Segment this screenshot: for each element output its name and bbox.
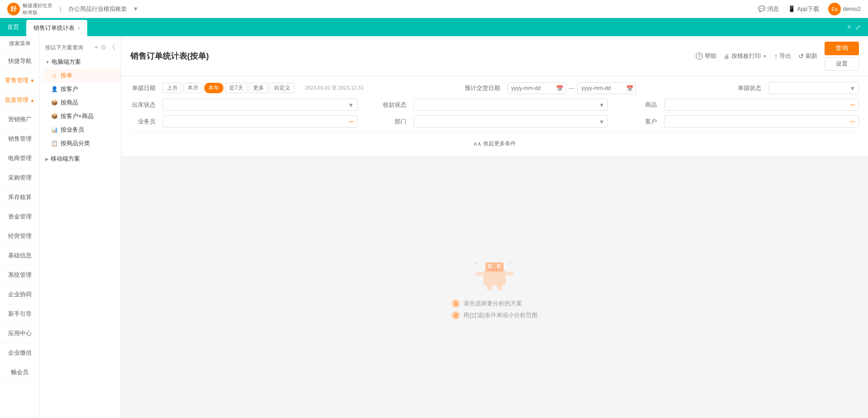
chevron-icon: ▼ (30, 78, 35, 83)
maximize-btn[interactable]: ⤢ (855, 23, 861, 32)
collapse-panel-btn[interactable]: 《 (109, 43, 115, 52)
sidebar-item-marketing[interactable]: 营销推广 (0, 110, 39, 129)
export-icon: ↑ (774, 52, 778, 60)
sidebar-item-retail[interactable]: 零售管理 ▼ (0, 71, 39, 90)
sidebar-item-operations[interactable]: 经营管理 (0, 227, 39, 246)
sidebar-item-wholesale[interactable]: 批发管理 ▲ (0, 90, 39, 110)
tabbar-actions: × ⤢ (847, 23, 861, 32)
tree-arrow-desktop: ▼ (45, 60, 50, 65)
svg-rect-6 (476, 272, 483, 276)
by-salesperson-icon: 📊 (51, 126, 58, 133)
tree-item-by-order[interactable]: ○ 按单 (43, 69, 121, 82)
sidebar-item-inventory[interactable]: 库存核算 (0, 188, 39, 207)
tip-num-2: 2 (452, 311, 460, 319)
by-customer-product-icon: 📦 (51, 113, 58, 120)
empty-tip-2: 2 用[过滤]条件来缩小分析范围 (452, 311, 537, 319)
tree-item-by-category[interactable]: 📋 按商品分类 (43, 137, 121, 150)
filter-row-3: 业务员 ··· 部门 ▼ 客户 (130, 115, 859, 128)
customer-input[interactable] (664, 115, 859, 128)
sidebar-item-member[interactable]: 畅会员 (0, 363, 39, 382)
logo-text: 畅捷通好生意 标准版 (23, 2, 52, 15)
svg-rect-9 (497, 284, 502, 290)
page-title-topbar: 办公用品行业模拟账套 (68, 5, 127, 13)
tree-item-by-product[interactable]: 📦 按商品 (43, 96, 121, 109)
sidebar-item-shortcut[interactable]: 快捷导航 (0, 52, 39, 71)
tree-mobile-parent[interactable]: ▶ 移动端方案 (40, 152, 121, 166)
date-last-7-days-btn[interactable]: 近7天 (225, 83, 247, 93)
date-more-btn[interactable]: 更多 (249, 83, 268, 93)
calendar-to-icon: 📅 (626, 85, 633, 91)
close-window-btn[interactable]: × (847, 23, 851, 32)
date-custom-btn[interactable]: 自定义 (270, 83, 294, 93)
message-btn[interactable]: 💬 消息 (758, 5, 779, 13)
shipment-label: 出库状态 (130, 101, 156, 109)
svg-rect-8 (487, 284, 492, 290)
customer-more-btn[interactable]: ··· (850, 118, 855, 125)
tree-desktop-parent[interactable]: ▼ 电脑端方案 (40, 55, 121, 69)
svg-text:✦: ✦ (512, 281, 514, 284)
salesperson-label: 业务员 (130, 118, 156, 126)
tab-sales-order-stats[interactable]: 销售订单统计表 × (26, 20, 87, 36)
avatar: Ea (828, 3, 841, 15)
refresh-btn[interactable]: ↺ 刷新 (798, 52, 817, 60)
date-to-wrapper: 📅 (577, 82, 636, 94)
filter-area: 单据日期 上月 本月 本年 近7天 更多 自定义 2023-01-01 至 20… (121, 76, 868, 157)
payment-select[interactable] (414, 99, 609, 111)
svg-text:✦: ✦ (509, 261, 512, 265)
tree-item-by-customer[interactable]: 👤 按客户 (43, 82, 121, 96)
panel-header-icons: + ⊙ 《 (94, 43, 115, 52)
product-label: 商品 (632, 101, 657, 109)
date-last-month-btn[interactable]: 上月 (163, 83, 182, 93)
search-menu-btn[interactable]: 搜索菜单 (0, 36, 39, 52)
status-select[interactable] (769, 82, 859, 94)
department-select[interactable] (414, 115, 609, 128)
by-category-icon: 📋 (51, 140, 58, 147)
main-content: 销售订单统计表(按单) ? 帮助 🖨 按模板打印 ▼ ↑ 导出 (121, 36, 868, 418)
filter-row-1: 单据日期 上月 本月 本年 近7天 更多 自定义 2023-01-01 至 20… (130, 82, 859, 94)
shipment-select[interactable] (163, 99, 358, 111)
sidebar-item-sales[interactable]: 销售管理 (0, 129, 39, 149)
sidebar-item-weixin[interactable]: 企业微信 (0, 343, 39, 363)
export-btn[interactable]: ↑ 导出 (774, 52, 791, 60)
svg-point-4 (490, 265, 491, 267)
empty-state: ✦ ✦ ✦ 1 请先选择要分析的方案 2 用[过滤]条件来缩小分析范围 (452, 256, 537, 319)
sidebar-item-finance[interactable]: 资金管理 (0, 207, 39, 227)
product-input[interactable] (664, 99, 859, 111)
sidebar-item-purchase[interactable]: 采购管理 (0, 168, 39, 188)
query-button[interactable]: 查询 (825, 42, 859, 55)
sidebar-item-appstore[interactable]: 应用中心 (0, 324, 39, 343)
sidebar-item-system[interactable]: 系统管理 (0, 266, 39, 285)
template-print-btn[interactable]: 🖨 按模板打印 ▼ (724, 52, 767, 60)
tab-home[interactable]: 首页 (0, 18, 26, 36)
salesperson-more-btn[interactable]: ··· (349, 118, 354, 125)
date-this-month-btn[interactable]: 本月 (184, 83, 203, 93)
tab-close-btn[interactable]: × (77, 25, 80, 31)
payment-label: 收款状态 (381, 101, 406, 109)
sidebar-item-corp[interactable]: 企业协同 (0, 285, 39, 304)
sidebar-item-newbie[interactable]: 新手引导 (0, 304, 39, 324)
help-btn[interactable]: ? 帮助 (696, 52, 717, 60)
refresh-icon: ↺ (798, 52, 804, 60)
page-title: 销售订单统计表(按单) (130, 51, 209, 62)
result-area: ✦ ✦ ✦ 1 请先选择要分析的方案 2 用[过滤]条件来缩小分析范围 (121, 157, 868, 418)
product-input-wrapper: ··· (664, 99, 859, 111)
refresh-scheme-btn[interactable]: ⊙ (101, 43, 106, 52)
salesperson-input[interactable] (163, 115, 358, 128)
app-download-btn[interactable]: 📱 App下载 (788, 5, 819, 13)
user-menu[interactable]: Ea demo2 (828, 3, 861, 15)
sidebar-item-basic[interactable]: 基础信息 (0, 246, 39, 266)
logo-area: 好 畅捷通好生意 标准版 (7, 2, 52, 15)
sidebar-item-ecommerce[interactable]: 电商管理 (0, 149, 39, 168)
date-this-year-btn[interactable]: 本年 (204, 83, 223, 93)
topbar-left: 好 畅捷通好生意 标准版 | 办公用品行业模拟账套 ▼ (7, 2, 138, 15)
by-product-icon: 📦 (51, 99, 58, 106)
settings-button[interactable]: 设置 (825, 57, 859, 71)
add-scheme-btn[interactable]: + (94, 43, 98, 52)
collapse-btn[interactable]: ∧∧ 收起更多条件 (470, 136, 519, 151)
topbar-dropdown-icon[interactable]: ▼ (132, 5, 138, 12)
tree-item-by-salesperson[interactable]: 📊 按业务员 (43, 123, 121, 137)
tip-num-1: 1 (452, 299, 460, 308)
product-more-btn[interactable]: ··· (850, 101, 855, 109)
status-label: 单据状态 (736, 84, 761, 92)
tree-item-by-customer-product[interactable]: 📦 按客户+商品 (43, 109, 121, 123)
